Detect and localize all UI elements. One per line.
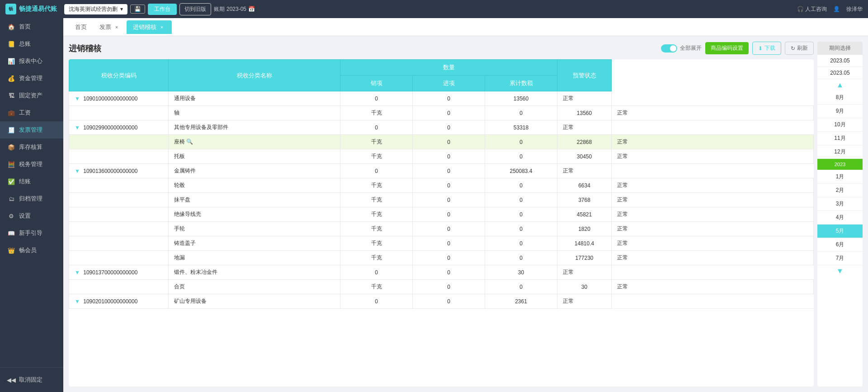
collapse-icon[interactable]: ▼ (75, 96, 80, 102)
item-purchase: 0 (485, 280, 557, 294)
group-sales: 0 (340, 294, 413, 309)
collapse-icon[interactable]: ▼ (75, 168, 80, 174)
sidebar-item-tax[interactable]: 🧮 税务管理 (0, 156, 63, 173)
period-scroll-up[interactable]: ▲ (817, 79, 863, 91)
tab-reconcile[interactable]: 进销稽核 × (127, 20, 172, 34)
item-name-cell: 轴 (169, 106, 340, 120)
sidebar-label-invoice: 发票管理 (19, 126, 42, 134)
sidebar-item-reports[interactable]: 📊 报表中心 (0, 53, 63, 70)
period-title: 期间选择 (829, 45, 851, 51)
sidebar-item-settings[interactable]: ⚙ 设置 (0, 207, 63, 225)
item-code-cell (69, 106, 169, 120)
search-icon[interactable]: 🔍 (186, 139, 193, 145)
toggle-track[interactable] (661, 44, 677, 53)
archive-icon: 🗂 (7, 195, 15, 203)
company-selector[interactable]: 沈海英测试经营勿删 ▾ (64, 4, 127, 14)
sidebar-item-invoice[interactable]: 🧾 发票管理 (0, 121, 63, 139)
group-purchase: 0 (413, 120, 485, 135)
col-tax-code: 税收分类编码 (69, 60, 169, 91)
item-purchase: 0 (485, 149, 557, 164)
sidebar-item-closing[interactable]: ✅ 结账 (0, 173, 63, 190)
sidebar-label-home: 首页 (19, 23, 31, 31)
item-sales: 0 (413, 178, 485, 193)
tab-invoice[interactable]: 发票 × (93, 20, 127, 34)
month-item[interactable]: 2月 (817, 184, 863, 197)
download-button[interactable]: ⬇ 下载 (752, 42, 781, 55)
col-quantity-group: 数量 (340, 60, 557, 76)
sidebar-item-assets[interactable]: 🏗 固定资产 (0, 87, 63, 104)
table-row: ▼ 109013700000000000 (69, 265, 169, 280)
sidebar-pin-button[interactable]: ◀◀ 取消固定 (0, 371, 63, 388)
sidebar-item-payroll[interactable]: 💼 工资 (0, 104, 63, 121)
sidebar-item-member[interactable]: 👑 畅会员 (0, 242, 63, 259)
period-item[interactable]: 2023.05 (817, 55, 863, 67)
group-name-cell: 矿山专用设备 (169, 294, 340, 309)
item-sales: 0 (413, 236, 485, 251)
refresh-button[interactable]: ↻ 刷新 (785, 42, 814, 55)
company-name: 沈海英测试经营勿删 (69, 5, 118, 13)
group-sales: 0 (340, 164, 413, 178)
table-row: ▼ 109029900000000000 (69, 120, 169, 135)
month-item[interactable]: 9月 (817, 105, 863, 118)
sidebar-item-archive[interactable]: 🗂 归档管理 (0, 190, 63, 207)
sidebar-item-guide[interactable]: 📖 新手引导 (0, 225, 63, 242)
item-code-cell (69, 193, 169, 207)
month-item[interactable]: 8月 (817, 91, 863, 105)
month-item[interactable]: 6月 (817, 238, 863, 252)
page-actions: 全部展开 商品编码设置 ⬇ 下载 ↻ 刷新 (661, 42, 814, 55)
collapse-icon[interactable]: ▼ (75, 124, 80, 131)
group-purchase: 0 (413, 294, 485, 309)
month-item[interactable]: 7月 (817, 252, 863, 265)
item-name-cell: 绝缘导线壳 (169, 207, 340, 222)
month-item[interactable]: 10月 (817, 118, 863, 132)
download-icon: ⬇ (758, 45, 763, 52)
group-status: 正常 (557, 120, 612, 135)
item-status: 正常 (612, 251, 814, 265)
month-item[interactable]: 12月 (817, 145, 863, 159)
item-name-cell: 抹平盘 (169, 193, 340, 207)
refresh-icon: ↻ (791, 45, 795, 52)
month-item[interactable]: 11月 (817, 132, 863, 145)
group-name-cell: 通用设备 (169, 91, 340, 106)
month-item[interactable]: 3月 (817, 197, 863, 211)
item-status: 正常 (612, 135, 814, 149)
item-code-cell (69, 251, 169, 265)
item-unit: 千克 (340, 193, 413, 207)
item-status: 正常 (612, 106, 814, 120)
period-panel: 期间选择 2023.052023.05▲8月9月10月11月12月20231月2… (817, 42, 863, 387)
item-unit: 千克 (340, 135, 413, 149)
sidebar-item-ledger[interactable]: 📒 总账 (0, 35, 63, 53)
tab-invoice-close[interactable]: × (113, 24, 120, 31)
toggle-thumb (670, 45, 676, 52)
item-name-cell: 轮毂 (169, 178, 340, 193)
user-avatar-icon: 👤 (833, 6, 840, 12)
collapse-icon[interactable]: ▼ (75, 269, 80, 276)
col-status: 预警状态 (557, 60, 612, 91)
workbench-button[interactable]: 工作台 (148, 4, 177, 15)
switch-version-button[interactable]: 切到旧版 (179, 3, 211, 15)
item-purchase: 0 (485, 236, 557, 251)
period-scroll-down[interactable]: ▼ (817, 265, 863, 277)
month-item[interactable]: 1月 (817, 170, 863, 184)
calendar-icon[interactable]: 📅 (248, 6, 255, 12)
item-status: 正常 (612, 178, 814, 193)
product-code-button[interactable]: 商品编码设置 (705, 42, 749, 54)
sidebar-item-inventory[interactable]: 📦 库存核算 (0, 139, 63, 156)
collapse-icon[interactable]: ▼ (75, 298, 80, 305)
month-item[interactable]: 5月 (817, 225, 863, 238)
month-item[interactable]: 4月 (817, 211, 863, 225)
sidebar-item-funds[interactable]: 💰 资金管理 (0, 70, 63, 87)
tab-home[interactable]: 首页 (69, 20, 93, 34)
top-bar-right: 🎧 人工咨询 👤 徐泽华 (797, 5, 863, 13)
support-button[interactable]: 🎧 人工咨询 (797, 5, 827, 13)
save-button[interactable]: 💾 (130, 5, 145, 14)
tab-reconcile-close[interactable]: × (158, 24, 165, 31)
expand-toggle[interactable]: 全部展开 (661, 44, 702, 53)
group-purchase: 0 (413, 265, 485, 280)
item-code-cell (69, 236, 169, 251)
group-name-cell: 锻件、粉末冶金件 (169, 265, 340, 280)
sidebar-item-home[interactable]: 🏠 首页 (0, 18, 63, 35)
item-status: 正常 (612, 207, 814, 222)
period-item[interactable]: 2023.05 (817, 67, 863, 79)
month-item[interactable]: 2023 (817, 159, 863, 170)
